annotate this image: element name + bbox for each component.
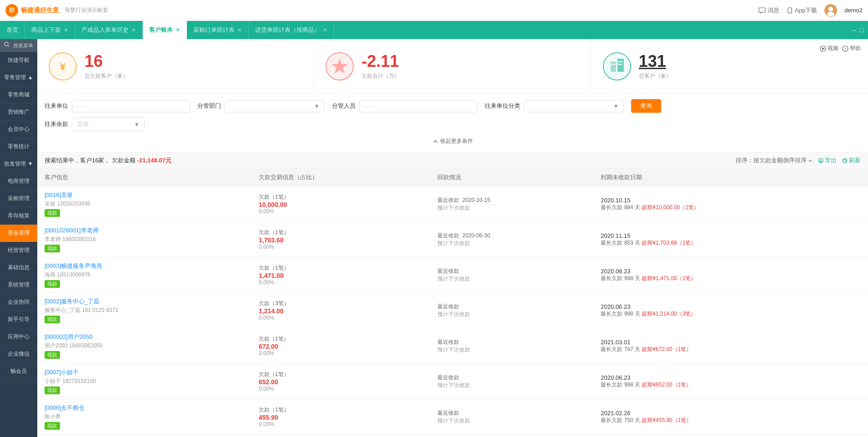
building-circle-icon	[602, 52, 632, 81]
sidebar-item-purchase-mgmt[interactable]: 采购管理	[0, 190, 37, 207]
debt-amount[interactable]: 652.00	[259, 378, 423, 386]
sidebar-item-enterprise-coop[interactable]: 企业协同	[0, 294, 37, 311]
sidebar-item-enterprise-wechat[interactable]: 企业微信	[0, 346, 37, 363]
logo-icon: 好	[5, 4, 18, 17]
sidebar-search[interactable]: 搜索菜单	[0, 39, 37, 52]
customer-contact: 李老师 18600391516	[45, 236, 244, 243]
sidebar-item-retail-mgmt[interactable]: 零售管理 ▲	[0, 69, 37, 86]
message-icon	[758, 7, 766, 14]
stat-debt-customers-label: 总欠款客户（家）	[85, 72, 128, 80]
filter-from-unit-input[interactable]: ···	[72, 100, 190, 112]
sidebar-item-retail-stat[interactable]: 零售统计	[0, 138, 37, 156]
overdue-link[interactable]: 超期¥1,471.00（1笔）	[642, 275, 696, 281]
overdue-link[interactable]: 超期¥652.00（1笔）	[642, 382, 692, 388]
filter-unit-class-input[interactable]: ▼	[524, 100, 624, 112]
sidebar-item-basic-info[interactable]: 基础信息	[0, 259, 37, 276]
table-row: [000002]用户2050 用户2050 18665062050 现款 欠款（…	[37, 328, 868, 364]
customer-badge: 现款	[45, 387, 60, 394]
stat-total-customers: 视频 ? 帮助	[592, 39, 868, 93]
tab-product-off-close[interactable]: ✕	[64, 27, 68, 33]
export-btn[interactable]: 导出	[818, 156, 837, 165]
app-download-btn[interactable]: App下载	[787, 6, 817, 15]
debt-ratio: 0.00%	[259, 350, 423, 357]
tab-product-history-close[interactable]: ✕	[131, 27, 136, 33]
stat-help-action[interactable]: ? 帮助	[842, 45, 861, 52]
sidebar-item-sys-mgmt[interactable]: 系统管理	[0, 276, 37, 294]
overdue-days: 最长欠款 998 天 超期¥1,214.00（3笔）	[601, 310, 861, 318]
customer-badge: 现款	[45, 422, 60, 430]
refresh-btn[interactable]: 刷新	[842, 156, 861, 165]
customer-code[interactable]: [0002]服务中心_丁磊	[45, 297, 244, 306]
stat-total-customers-info: 131 总客户（家）	[639, 52, 672, 80]
debt-amount[interactable]: 1,703.68	[259, 236, 423, 244]
filter-toggle[interactable]: 收起更多条件	[45, 136, 861, 147]
svg-rect-22	[621, 61, 622, 62]
sidebar-item-ecom-mgmt[interactable]: 电商管理	[0, 173, 37, 190]
stat-debt-amount-number: -2.11	[361, 52, 400, 70]
overdue-link[interactable]: 超期¥1,703.68（1笔）	[642, 240, 696, 246]
tab-product-off[interactable]: 商品上下架 ✕	[25, 21, 75, 39]
tab-customer-account[interactable]: 客户账本 ✕	[143, 21, 187, 39]
cell-customer-info: [0016]吴俊 吴俊 13026203696 现款	[37, 186, 251, 222]
tab-product-history-label: 产成品入库单历史	[81, 26, 129, 34]
tab-customer-account-close[interactable]: ✕	[176, 27, 180, 33]
filter-from-unit: 往来单位 ···	[45, 100, 190, 112]
debt-amount[interactable]: 1,471.00	[259, 272, 423, 279]
main-body: 搜索菜单 快捷导航 零售管理 ▲ 零售商城 营销推广 会员中心 零售统计 批发管…	[0, 39, 868, 437]
customer-code[interactable]: [0003]畅捷服务尹海燕	[45, 262, 244, 270]
sort-label[interactable]: 排序：按欠款金额倒序排序	[736, 156, 813, 165]
tab-maximize-icon[interactable]: □	[860, 26, 863, 34]
next-collect: 预计下次收款	[437, 417, 586, 425]
tab-purchase-order[interactable]: 采购订单统计表 ✕	[187, 21, 249, 39]
filter-person-input[interactable]: ···	[359, 100, 477, 112]
overdue-link[interactable]: 超期¥672.00（1笔）	[642, 346, 692, 352]
sidebar-item-batch-mgmt[interactable]: 批发管理 ▼	[0, 156, 37, 173]
cell-customer-info: [000001]黄思源 黄思源 13552700226 现款	[37, 435, 251, 437]
customer-code[interactable]: [0007]小姐干	[45, 368, 244, 377]
sidebar-item-retail-mall[interactable]: 零售商城	[0, 86, 37, 104]
sidebar-item-quick-nav[interactable]: 快捷导航	[0, 52, 37, 69]
sidebar-item-member-center[interactable]: 会员中心	[0, 121, 37, 138]
message-btn[interactable]: 消息	[758, 6, 779, 15]
sidebar-item-member-center-label: 会员中心	[8, 126, 30, 132]
customer-code[interactable]: [000002]用户2050	[45, 333, 244, 341]
tab-stock-stat[interactable]: 进货单统计表（按商品） ✕	[249, 21, 334, 39]
customer-code[interactable]: [0006]去不粮仓	[45, 404, 244, 412]
cell-payment-status: 最近收款 预计下次收款	[430, 399, 593, 435]
debt-ratio: 0.00%	[259, 315, 423, 321]
sidebar-item-capital-mgmt[interactable]: 资金管理	[0, 225, 37, 242]
svg-rect-20	[614, 64, 615, 65]
col-debt-info: 欠款交易信息（占比）	[251, 169, 430, 186]
sidebar-item-app-center[interactable]: 应用中心	[0, 328, 37, 346]
debt-amount[interactable]: 1,214.00	[259, 307, 423, 315]
sidebar-item-frequent-member[interactable]: 畅会员	[0, 363, 37, 380]
debt-amount[interactable]: 672.00	[259, 343, 423, 350]
sidebar-item-inventory[interactable]: 库存核算	[0, 207, 37, 225]
cell-debt-info: 欠款（1笔） 10,000.00 0.00%	[251, 186, 430, 222]
svg-point-6	[5, 42, 8, 46]
customer-code[interactable]: [0016]吴俊	[45, 191, 244, 199]
query-button[interactable]: 查询	[631, 99, 661, 113]
table-row: [0002]服务中心_丁磊 服务中心_丁磊 181 0125 8371 现款 欠…	[37, 293, 868, 328]
debt-amount[interactable]: 10,000.00	[259, 201, 423, 208]
sidebar-item-operation-mgmt[interactable]: 经营管理	[0, 242, 37, 259]
stat-view-action[interactable]: 视频	[820, 45, 838, 52]
tab-product-history[interactable]: 产成品入库单历史 ✕	[75, 21, 143, 39]
sidebar-item-marketing[interactable]: 营销推广	[0, 104, 37, 121]
customer-code[interactable]: [0001020001]李老师	[45, 226, 244, 235]
svg-marker-13	[822, 47, 825, 50]
filter-balance-input[interactable]: 选择... ▼	[72, 117, 145, 131]
overdue-link[interactable]: 超期¥10,000.00（1笔）	[642, 204, 699, 211]
filter-dept-input[interactable]: ▼	[225, 100, 325, 112]
debt-amount[interactable]: 455.90	[259, 414, 423, 421]
tab-home[interactable]: 首页	[0, 21, 25, 39]
tab-stock-stat-close[interactable]: ✕	[323, 27, 327, 33]
overdue-link[interactable]: 超期¥455.90（1笔）	[642, 417, 692, 423]
filter-balance: 往来余款 选择... ▼	[45, 117, 145, 131]
overdue-link[interactable]: 超期¥1,214.00（3笔）	[642, 311, 696, 317]
user-avatar[interactable]	[824, 4, 837, 17]
tab-minimize-icon[interactable]: ‒	[852, 26, 856, 34]
sidebar-item-newbie-guide[interactable]: 新手引导	[0, 311, 37, 328]
tab-purchase-order-close[interactable]: ✕	[237, 27, 242, 33]
recent-collect: 最近收款 2020-06-30	[437, 232, 586, 240]
